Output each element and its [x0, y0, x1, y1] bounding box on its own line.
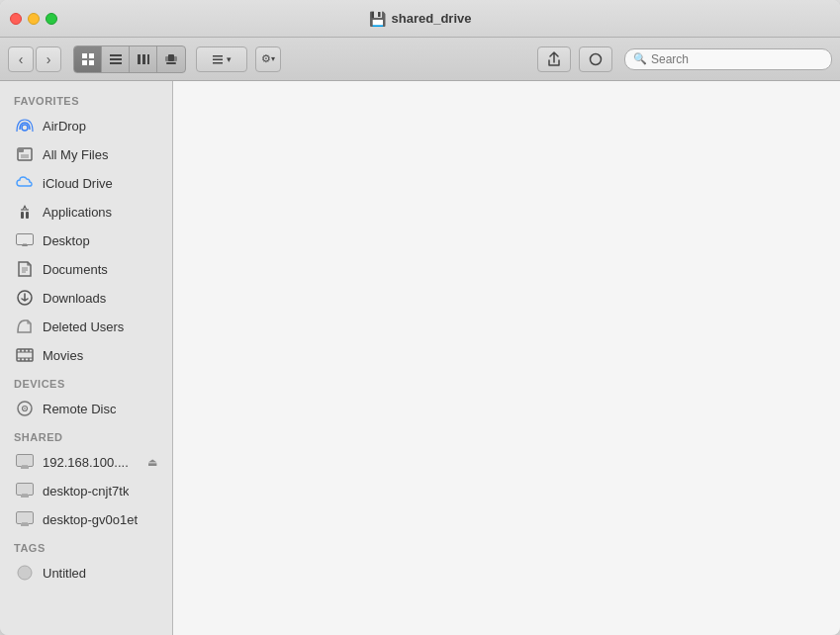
- network-computer-icon-1: [15, 452, 35, 472]
- action-chevron-icon: ▾: [271, 54, 275, 63]
- search-box[interactable]: 🔍: [624, 48, 832, 70]
- share-icon: [547, 51, 561, 67]
- svg-rect-49: [21, 466, 29, 469]
- svg-rect-29: [22, 244, 28, 246]
- sidebar-item-applications[interactable]: Applications: [5, 198, 167, 226]
- sidebar-item-downloads-label: Downloads: [43, 291, 106, 306]
- sidebar-item-desktop[interactable]: Desktop: [5, 227, 167, 254]
- sidebar-item-untitled-tag-label: Untitled: [43, 566, 86, 581]
- sidebar: Favorites AirDrop: [0, 81, 173, 635]
- svg-rect-20: [18, 148, 24, 152]
- maximize-button[interactable]: [46, 13, 57, 25]
- svg-rect-5: [110, 58, 122, 60]
- arrange-icon: [212, 53, 224, 65]
- sidebar-item-desktop-label: Desktop: [43, 233, 90, 248]
- eject-icon[interactable]: ⏏: [147, 456, 157, 469]
- svg-rect-12: [173, 56, 177, 61]
- list-view-button[interactable]: [102, 46, 130, 72]
- sidebar-item-untitled-tag[interactable]: Untitled: [5, 559, 167, 587]
- svg-rect-7: [138, 54, 140, 64]
- sidebar-item-deleted-users-label: Deleted Users: [43, 319, 124, 334]
- applications-icon: [15, 202, 35, 222]
- svg-rect-15: [213, 58, 223, 60]
- svg-rect-1: [89, 53, 94, 58]
- sidebar-item-icloud-drive[interactable]: iCloud Drive: [5, 169, 167, 197]
- svg-rect-3: [89, 60, 94, 65]
- action-button[interactable]: ⚙ ▾: [255, 46, 281, 72]
- svg-rect-27: [17, 234, 33, 244]
- cover-view-icon: [164, 53, 178, 65]
- sidebar-item-cnjt7tk-label: desktop-cnjt7tk: [43, 484, 129, 499]
- sidebar-item-deleted-users[interactable]: Deleted Users: [5, 313, 167, 340]
- title-drive-icon: 💾: [369, 11, 386, 27]
- sidebar-item-remote-disc[interactable]: Remote Disc: [5, 395, 167, 422]
- sidebar-item-gv0o1et-label: desktop-gv0o1et: [43, 512, 138, 527]
- sidebar-item-desktop-gv0o1et[interactable]: desktop-gv0o1et: [5, 505, 167, 533]
- svg-rect-6: [110, 62, 122, 64]
- sidebar-item-airdrop[interactable]: AirDrop: [5, 112, 167, 139]
- svg-rect-9: [147, 54, 149, 64]
- sidebar-item-192-label: 192.168.100....: [43, 455, 129, 470]
- window-title: 💾 shared_drive: [369, 11, 472, 27]
- close-button[interactable]: [10, 13, 22, 25]
- svg-rect-14: [213, 55, 223, 57]
- column-view-button[interactable]: [130, 46, 157, 72]
- sidebar-item-movies[interactable]: Movies: [5, 341, 167, 369]
- search-input[interactable]: [651, 52, 823, 66]
- minimize-button[interactable]: [28, 13, 40, 25]
- file-area: [173, 81, 840, 635]
- svg-rect-53: [21, 495, 29, 498]
- svg-rect-24: [26, 212, 29, 219]
- arrange-chevron: ▾: [227, 54, 232, 64]
- desktop-icon: [15, 230, 35, 250]
- sidebar-item-applications-label: Applications: [43, 205, 112, 220]
- documents-icon: [15, 259, 35, 279]
- svg-rect-47: [17, 455, 33, 466]
- sidebar-item-icloud-drive-label: iCloud Drive: [43, 176, 113, 191]
- svg-point-58: [18, 566, 32, 580]
- untitled-tag-icon: [15, 563, 35, 583]
- movies-icon: [15, 345, 35, 365]
- sidebar-item-downloads[interactable]: Downloads: [5, 284, 167, 312]
- back-icon: ‹: [19, 51, 24, 67]
- svg-rect-4: [110, 54, 122, 56]
- title-label: shared_drive: [392, 11, 472, 26]
- forward-button[interactable]: ›: [36, 46, 61, 72]
- svg-rect-0: [82, 53, 87, 58]
- svg-rect-51: [17, 484, 33, 495]
- deleted-users-icon: [15, 317, 35, 336]
- sidebar-item-movies-label: Movies: [43, 348, 83, 363]
- svg-rect-11: [165, 56, 169, 61]
- airdrop-icon: [15, 116, 35, 136]
- svg-point-17: [591, 53, 602, 64]
- downloads-icon: [15, 288, 35, 308]
- tags-section-label: Tags: [0, 534, 172, 558]
- svg-rect-16: [213, 62, 223, 64]
- svg-point-18: [22, 125, 28, 131]
- sidebar-item-all-my-files[interactable]: All My Files: [5, 140, 167, 168]
- tag-button[interactable]: [579, 46, 612, 72]
- devices-section-label: Devices: [0, 370, 172, 394]
- cover-view-button[interactable]: [157, 46, 185, 72]
- svg-rect-55: [17, 512, 33, 523]
- arrange-button[interactable]: ▾: [196, 46, 247, 72]
- sidebar-item-192-168-100[interactable]: 192.168.100.... ⏏: [5, 448, 167, 476]
- gear-icon: ⚙: [261, 52, 271, 65]
- svg-rect-13: [166, 62, 176, 64]
- finder-window: 💾 shared_drive ‹ ›: [0, 0, 840, 635]
- nav-buttons: ‹ ›: [8, 46, 61, 72]
- forward-icon: ›: [47, 51, 51, 67]
- sidebar-item-remote-disc-label: Remote Disc: [43, 402, 116, 416]
- sidebar-item-desktop-cnjt7tk[interactable]: desktop-cnjt7tk: [5, 477, 167, 504]
- icon-view-button[interactable]: [74, 46, 102, 72]
- svg-point-45: [24, 408, 26, 409]
- sidebar-item-documents[interactable]: Documents: [5, 255, 167, 283]
- remote-disc-icon: [15, 399, 35, 418]
- sidebar-item-airdrop-label: AirDrop: [43, 119, 86, 134]
- shared-section-label: Shared: [0, 423, 172, 447]
- share-button[interactable]: [537, 46, 571, 72]
- svg-rect-23: [21, 212, 24, 219]
- column-view-icon: [137, 53, 150, 65]
- svg-rect-57: [21, 523, 29, 526]
- back-button[interactable]: ‹: [8, 46, 34, 72]
